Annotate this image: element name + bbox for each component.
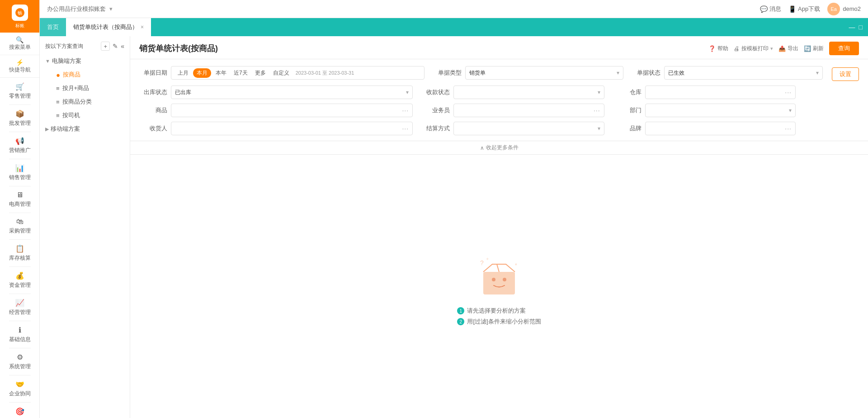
left-panel: 按以下方案查询 + ✎ « ▼ 电脑端方案 ● 按商品 ≡ 按月+商	[40, 36, 130, 418]
empty-state: ? * ✦ 1 请先选择要分析的方案 2 用[过滤]条件来缩小分析范围	[130, 155, 868, 418]
sidebar-item-8[interactable]: 📈经营管理	[9, 294, 31, 321]
collapse-row[interactable]: ∧ 收起更多条件	[130, 141, 868, 155]
sidebar-item-10[interactable]: ⚙系统管理	[9, 348, 31, 375]
sidebar-item-12[interactable]: 🎯新手引导	[9, 403, 31, 418]
department-label: 部门	[613, 106, 645, 114]
date-custom[interactable]: 自定义	[270, 68, 292, 78]
tree-pc-section[interactable]: ▼ 电脑端方案	[40, 54, 130, 68]
date-recent7[interactable]: 近7天	[231, 68, 250, 78]
out-status-chevron: ▾	[406, 89, 409, 95]
svg-point-3	[492, 278, 495, 281]
out-status-label: 出库状态	[139, 88, 171, 96]
tree-item-by-category-label: 按商品分类	[62, 98, 92, 106]
department-chevron: ▾	[789, 107, 792, 114]
help-btn[interactable]: ❓ 帮助	[708, 45, 728, 52]
filter-group-date: 单据日期 上月 本月 本年 近7天 更多 自定义 2023-03-01 至 20…	[139, 66, 425, 80]
doc-type-input[interactable]: 销货单 ▾	[465, 66, 624, 80]
tab-active[interactable]: 销货单统计表（按商品） ×	[66, 18, 151, 36]
tree-item-by-category[interactable]: ≡ 按商品分类	[51, 95, 130, 109]
sidebar-item-7[interactable]: 💰资金管理	[9, 267, 31, 294]
top-bar: 办公用品行业模拟账套 ▾ 💬 消息 📱 App下载 Ea demo2	[40, 0, 868, 18]
svg-text:?: ?	[480, 259, 484, 266]
brand-input[interactable]: ···	[645, 122, 796, 135]
sidebar-item-1[interactable]: 📦批发管理	[9, 105, 31, 132]
sidebar-item-5[interactable]: 🛍采购管理	[9, 213, 31, 240]
sidebar-item-3[interactable]: 📊销售管理	[9, 159, 31, 186]
settlement-chevron: ▾	[598, 125, 600, 132]
export-btn[interactable]: 📤 导出	[778, 45, 798, 52]
tab-maximize-icon[interactable]: □	[859, 24, 863, 31]
sidebar-item-11[interactable]: 🤝企业协同	[9, 375, 31, 403]
logo-icon: 畅	[12, 5, 28, 21]
edit-scheme-icon[interactable]: ✎	[113, 43, 118, 50]
sidebar-item-icon: 🤝	[15, 380, 24, 389]
payment-status-input[interactable]: ▾	[453, 86, 604, 99]
page-actions: ❓ 帮助 🖨 按模板打印 ▾ 📤 导出 🔄	[708, 42, 859, 55]
sidebar-item-0[interactable]: 🛒零售管理	[9, 78, 31, 105]
date-this-month[interactable]: 本月	[193, 68, 211, 78]
collapse-panel-icon[interactable]: «	[121, 43, 124, 50]
collapse-label: 收起更多条件	[486, 144, 519, 152]
action-buttons-col: 查询 设置	[832, 65, 859, 81]
svg-rect-2	[483, 272, 515, 294]
filter-group-warehouse: 仓库 ···	[613, 86, 796, 99]
goods-dots: ···	[402, 107, 409, 114]
department-input[interactable]: ▾	[645, 104, 796, 117]
page-header: 销货单统计表(按商品) ❓ 帮助 🖨 按模板打印 ▾ 📤	[130, 36, 868, 59]
app-download-btn[interactable]: 📱 App下载	[788, 5, 820, 13]
warehouse-dots: ···	[785, 89, 792, 96]
tree-pc-subitems: ● 按商品 ≡ 按月+商品 ≡ 按商品分类 ≡ 按司机	[40, 68, 130, 122]
date-prev-month[interactable]: 上月	[175, 68, 191, 78]
content-area: 按以下方案查询 + ✎ « ▼ 电脑端方案 ● 按商品 ≡ 按月+商	[40, 36, 868, 418]
settlement-input[interactable]: ▾	[453, 122, 604, 135]
sidebar-quicknav[interactable]: ⚡ 快捷导航	[0, 55, 39, 78]
goods-input[interactable]: ···	[171, 104, 413, 117]
sidebar-item-9[interactable]: ℹ基础信息	[9, 321, 31, 348]
sidebar-search[interactable]: 🔍 搜索菜单	[0, 33, 39, 55]
doc-status-input[interactable]: 已生效 ▾	[664, 66, 823, 80]
recipient-input[interactable]: ···	[171, 122, 413, 135]
message-btn[interactable]: 💬 消息	[760, 5, 781, 13]
filter-group-recipient: 收货人 ···	[139, 122, 413, 135]
user-info[interactable]: Ea demo2	[827, 3, 861, 15]
tab-minimize-icon[interactable]: —	[849, 24, 855, 31]
tab-close-icon[interactable]: ×	[141, 24, 144, 30]
sidebar-item-6[interactable]: 📋库存核算	[9, 240, 31, 267]
filter-group-doctype: 单据类型 销货单 ▾	[434, 66, 624, 80]
filter-group-payment: 收款状态 ▾	[422, 86, 604, 99]
date-field[interactable]: 上月 本月 本年 近7天 更多 自定义 2023-03-01 至 2023-03…	[171, 66, 425, 80]
empty-tips: 1 请先选择要分析的方案 2 用[过滤]条件来缩小分析范围	[457, 307, 541, 326]
svg-text:*: *	[515, 262, 517, 269]
sidebar-item-icon: 💰	[15, 271, 24, 280]
tree-item-by-driver[interactable]: ≡ 按司机	[51, 109, 130, 122]
out-status-input[interactable]: 已出库 ▾	[171, 86, 413, 99]
refresh-btn[interactable]: 🔄 刷新	[804, 45, 824, 52]
setting-btn[interactable]: 设置	[832, 67, 859, 81]
tree-expand-icon: ▼	[45, 58, 50, 64]
tab-home[interactable]: 首页	[40, 18, 66, 36]
logo-text: 标账	[15, 23, 24, 29]
date-more[interactable]: 更多	[252, 68, 269, 78]
salesperson-input[interactable]: ···	[453, 104, 604, 117]
sidebar-item-icon: 🖥	[16, 191, 24, 199]
payment-status-label: 收款状态	[422, 88, 453, 96]
filter-group-docstatus: 单据状态 已生效 ▾	[632, 66, 823, 80]
svg-point-4	[503, 278, 506, 281]
tree-item-by-goods[interactable]: ● 按商品	[51, 68, 130, 81]
sidebar-item-4[interactable]: 🖥电商管理	[9, 186, 31, 213]
warehouse-label: 仓库	[613, 88, 645, 96]
tree-mobile-section[interactable]: ▶ 移动端方案	[40, 122, 130, 136]
left-panel-icons: + ✎ «	[101, 42, 124, 51]
query-button[interactable]: 查询	[829, 42, 859, 55]
warehouse-input[interactable]: ···	[645, 86, 796, 99]
date-this-year[interactable]: 本年	[213, 68, 229, 78]
filter-group-goods: 商品 ···	[139, 104, 413, 117]
sidebar-item-2[interactable]: 📢营销推广	[9, 132, 31, 159]
goods-label: 商品	[139, 106, 171, 114]
filter-group-salesperson: 业务员 ···	[422, 104, 604, 117]
add-scheme-icon[interactable]: +	[101, 42, 110, 51]
tree-item-by-month-goods[interactable]: ≡ 按月+商品	[51, 81, 130, 95]
print-btn[interactable]: 🖨 按模板打印 ▾	[734, 45, 773, 52]
sidebar-logo[interactable]: 畅 标账	[0, 0, 39, 33]
industry-dropdown[interactable]: ▾	[109, 5, 113, 12]
